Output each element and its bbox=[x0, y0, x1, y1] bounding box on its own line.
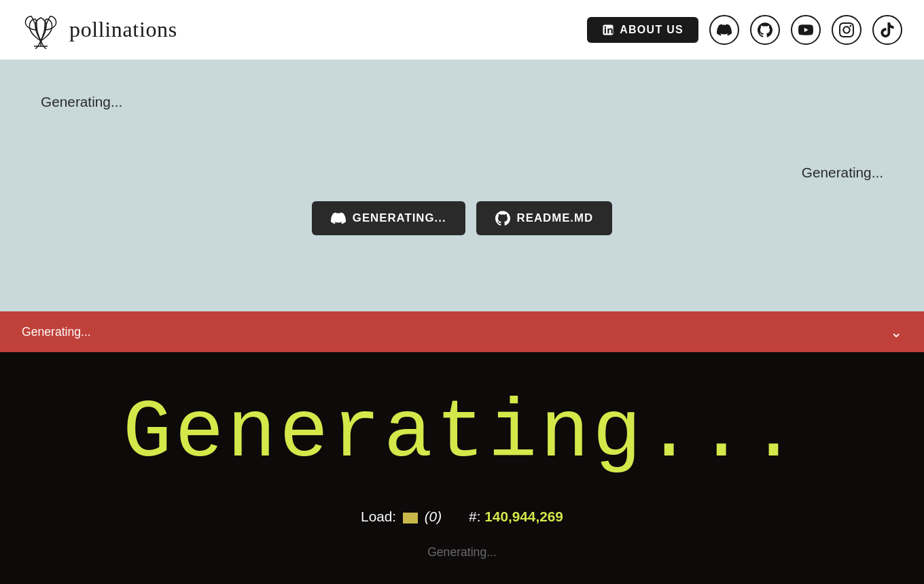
hash-value: 140,944,269 bbox=[484, 509, 563, 524]
github-btn-label: README.MD bbox=[517, 211, 594, 225]
load-indicator bbox=[403, 513, 418, 523]
instagram-icon[interactable] bbox=[832, 15, 861, 45]
chevron-down-icon: ⌄ bbox=[890, 323, 902, 341]
discord-icon[interactable] bbox=[709, 15, 739, 45]
red-bar: Generating... ⌄ bbox=[0, 311, 924, 352]
dark-section: Generating... Load: (0) #: 140,944,269 G… bbox=[0, 352, 924, 584]
nav-area: ABOUT US bbox=[587, 15, 902, 45]
hash-label: #: bbox=[469, 509, 480, 524]
big-generating-text: Generating... bbox=[27, 393, 897, 475]
load-value: (0) bbox=[425, 509, 442, 524]
logo-icon bbox=[22, 11, 60, 49]
about-us-label: ABOUT US bbox=[620, 24, 683, 36]
header: pollinations ABOUT US bbox=[0, 0, 924, 60]
svg-point-8 bbox=[605, 26, 607, 28]
svg-rect-7 bbox=[605, 28, 606, 33]
youtube-icon[interactable] bbox=[791, 15, 821, 45]
stats-row: Load: (0) #: 140,944,269 bbox=[27, 509, 897, 525]
linkedin-icon bbox=[602, 24, 614, 36]
discord-btn-label: GENERATING... bbox=[353, 211, 446, 225]
red-bar-text: Generating... bbox=[22, 325, 91, 339]
load-label: Load: bbox=[361, 509, 396, 524]
generating-top: Generating... bbox=[41, 87, 883, 110]
discord-btn-icon bbox=[331, 211, 346, 226]
discord-generating-button[interactable]: GENERATING... bbox=[312, 201, 465, 235]
github-readme-button[interactable]: README.MD bbox=[476, 201, 613, 235]
main-content: Generating... Generating... GENERATING..… bbox=[0, 60, 924, 311]
buttons-row: GENERATING... README.MD bbox=[41, 201, 883, 235]
about-us-button[interactable]: ABOUT US bbox=[587, 17, 698, 43]
github-btn-icon bbox=[495, 211, 510, 226]
tiktok-icon[interactable] bbox=[872, 15, 902, 45]
logo-text: pollinations bbox=[69, 17, 177, 42]
generating-right: Generating... bbox=[41, 165, 883, 181]
bottom-generating-text: Generating... bbox=[27, 545, 897, 560]
logo-area: pollinations bbox=[22, 11, 177, 49]
github-icon[interactable] bbox=[750, 15, 780, 45]
